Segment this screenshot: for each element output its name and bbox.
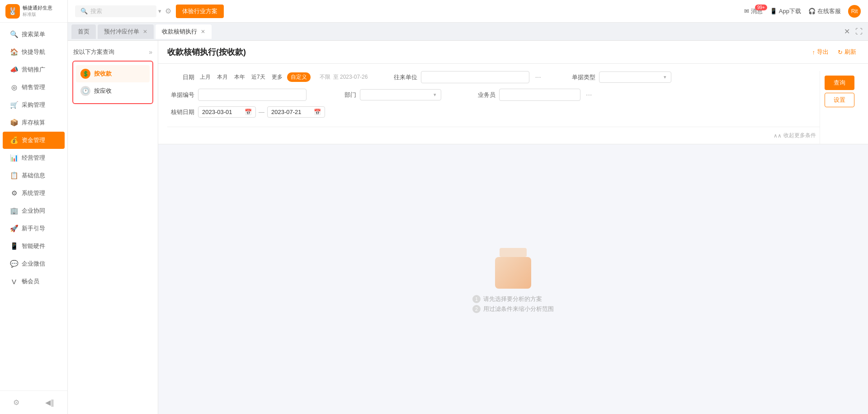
home-icon: 🏠 (10, 48, 18, 56)
service-label: 在线客服 (817, 7, 841, 15)
tab-collection-close-icon[interactable]: ✕ (201, 29, 205, 35)
partner-dots-icon[interactable]: ··· (535, 73, 541, 81)
verify-date-start-input[interactable] (202, 109, 243, 115)
doc-type-label: 单据类型 (559, 73, 595, 81)
tab-collection-label: 收款核销执行 (162, 28, 197, 36)
app-download-icon: 📱 (770, 8, 777, 14)
wechat-icon: 💬 (10, 260, 18, 268)
empty-box (495, 257, 531, 289)
sidebar-item-enterprise[interactable]: 🏢 企业协同 (3, 202, 65, 219)
sidebar-item-wechat[interactable]: 💬 企业微信 (3, 255, 65, 272)
verify-date-label: 核销日期 (167, 108, 194, 116)
verify-date-separator: — (259, 109, 264, 115)
shortcut-this-year[interactable]: 本年 (232, 72, 247, 82)
filter-icon-by-receivable: 🕐 (80, 86, 90, 96)
msg-button[interactable]: ✉ 消息 99+ (744, 7, 763, 15)
shortcut-last-month[interactable]: 上月 (198, 72, 212, 82)
search-chevron-icon[interactable]: ▾ (158, 8, 161, 14)
query-button[interactable]: 查询 (825, 76, 854, 90)
sidebar-label-quick-nav: 快捷导航 (22, 48, 45, 56)
tab-close-all-button[interactable]: ✕ (842, 25, 852, 38)
shortcut-this-month[interactable]: 本月 (215, 72, 230, 82)
settings-bottom-icon[interactable]: ⚙ (10, 395, 22, 409)
sidebar-item-inventory[interactable]: 📦 库存核算 (3, 114, 65, 131)
purchase-icon: 🛒 (10, 101, 18, 109)
refresh-button[interactable]: ↻ 刷新 (835, 46, 859, 58)
verify-date-end-cal-icon[interactable]: 📅 (314, 109, 321, 115)
sidebar-label-business: 经营管理 (22, 154, 45, 162)
shortcut-7days[interactable]: 近7天 (250, 72, 267, 82)
empty-state: 1 请先选择要分析的方案 2 用过滤条件来缩小分析范围 (158, 144, 868, 414)
sidebar-item-marketing[interactable]: 📣 营销推广 (3, 61, 65, 78)
content-area: 按以下方案查询 » 💲 按收款 🕐 按应收 收款核销执行(按收款) (68, 41, 868, 414)
date-no-limit-area: 不限 至 2023-07-26 (320, 73, 368, 81)
sidebar-item-hardware[interactable]: 📱 智能硬件 (3, 238, 65, 255)
sidebar-item-search-menu[interactable]: 🔍 搜索菜单 (3, 26, 65, 43)
user-profile-button[interactable]: Rit (848, 5, 861, 18)
title-actions: ↑ 导出 ↻ 刷新 (810, 46, 859, 58)
collapse-up-icon: ∧∧ (774, 133, 782, 139)
tab-collection[interactable]: 收款核销执行 ✕ (156, 24, 212, 39)
filter-panel-collapse-icon[interactable]: » (149, 48, 152, 56)
filter-item-by-collection[interactable]: 💲 按收款 (76, 65, 150, 82)
verify-date-end-input[interactable] (271, 109, 312, 115)
date-field: 日期 上月 本月 本年 近7天 更多 自定义 (167, 72, 311, 82)
collapse-conditions-button[interactable]: ∧∧ 收起更多条件 (770, 130, 820, 141)
export-label: 导出 (817, 48, 829, 56)
settings-button[interactable]: 设置 (825, 93, 854, 107)
tab-maximize-button[interactable]: ⛶ (854, 25, 864, 38)
app-download-button[interactable]: 📱 App下载 (770, 7, 801, 15)
partner-label: 往来单位 (390, 73, 417, 81)
staff-dots-icon[interactable]: ··· (586, 91, 592, 99)
export-button[interactable]: ↑ 导出 (810, 46, 832, 58)
capital-icon: 💰 (10, 136, 18, 144)
marketing-icon: 📣 (10, 66, 18, 74)
filter-icon-by-collection: 💲 (80, 69, 90, 79)
doc-type-select[interactable]: ▾ (599, 71, 671, 83)
search-placeholder: 搜索 (90, 7, 102, 15)
sidebar-item-member[interactable]: V 畅会员 (3, 273, 65, 290)
industry-btn[interactable]: 体验行业方案 (176, 5, 224, 18)
tab-home[interactable]: 首页 (71, 24, 96, 39)
shortcut-more[interactable]: 更多 (270, 72, 284, 82)
staff-input[interactable] (499, 89, 580, 101)
query-btn-panel: 查询 设置 (820, 71, 859, 144)
sidebar-item-sales[interactable]: ◎ 销售管理 (3, 79, 65, 96)
dept-arrow-icon: ▾ (434, 92, 436, 98)
header-gear-icon[interactable]: ⚙ (165, 7, 171, 15)
tab-prepay[interactable]: 预付冲应付单 ✕ (98, 24, 154, 39)
collapse-sidebar-icon[interactable]: ◀‖ (42, 395, 57, 409)
shortcut-custom[interactable]: 自定义 (287, 72, 311, 82)
form-row-2: 单据编号 部门 ▾ 业务员 (167, 89, 820, 101)
sidebar-menu: 🔍 搜索菜单 🏠 快捷导航 📣 营销推广 ◎ 销售管理 🛒 采购管理 📦 库存核… (0, 23, 67, 390)
filter-item-by-receivable[interactable]: 🕐 按应收 (76, 82, 150, 100)
sidebar-item-basic-info[interactable]: 📋 基础信息 (3, 167, 65, 184)
filter-label-by-receivable: 按应收 (94, 87, 112, 95)
dept-select[interactable]: ▾ (360, 89, 441, 100)
form-fields: 日期 上月 本月 本年 近7天 更多 自定义 (167, 71, 820, 144)
doc-number-input[interactable] (198, 89, 307, 101)
main-area: 🔍 搜索 ▾ ⚙ 体验行业方案 ✉ 消息 99+ 📱 App下载 🎧 在线客服 … (68, 0, 868, 414)
app-download-label: App下载 (779, 7, 801, 15)
sidebar-label-marketing: 营销推广 (22, 66, 45, 74)
header-search-box[interactable]: 🔍 搜索 (75, 5, 156, 17)
partner-input[interactable] (421, 71, 529, 83)
page-title-bar: 收款核销执行(按收款) ↑ 导出 ↻ 刷新 (158, 41, 868, 64)
sidebar-item-business[interactable]: 📊 经营管理 (3, 149, 65, 167)
empty-step-2-text: 用过滤条件来缩小分析范围 (483, 305, 554, 313)
page-title: 收款核销执行(按收款) (167, 47, 246, 57)
filter-options-box: 💲 按收款 🕐 按应收 (72, 61, 153, 104)
filter-label-by-collection: 按收款 (94, 70, 112, 78)
form-area: 日期 上月 本月 本年 近7天 更多 自定义 (167, 71, 859, 144)
sidebar-item-purchase[interactable]: 🛒 采购管理 (3, 96, 65, 114)
online-service-button[interactable]: 🎧 在线客服 (808, 7, 841, 15)
tab-prepay-label: 预付冲应付单 (104, 28, 139, 36)
sidebar-item-quick-nav[interactable]: 🏠 快捷导航 (3, 43, 65, 61)
sidebar-label-hardware: 智能硬件 (22, 242, 45, 250)
sidebar-item-system[interactable]: ⚙ 系统管理 (3, 185, 65, 202)
tab-prepay-close-icon[interactable]: ✕ (143, 29, 147, 35)
sidebar-item-capital[interactable]: 💰 资金管理 (3, 132, 65, 149)
verify-date-start-cal-icon[interactable]: 📅 (245, 109, 252, 115)
sidebar-item-guide[interactable]: 🚀 新手引导 (3, 220, 65, 237)
sidebar-label-enterprise: 企业协同 (22, 207, 45, 215)
